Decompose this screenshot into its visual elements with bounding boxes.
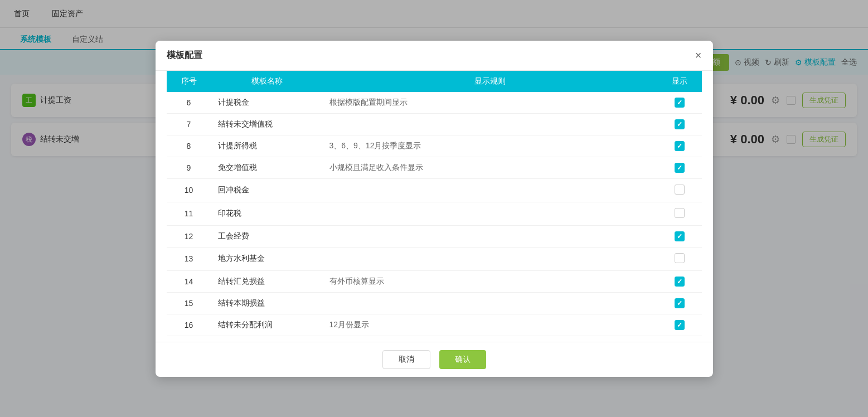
table-row: 6计提税金根据模版配置期间显示 bbox=[167, 92, 702, 114]
row-checkbox-7[interactable] bbox=[675, 119, 685, 129]
row-name: 回冲税金 bbox=[211, 178, 323, 202]
table-row: 14结转汇兑损益有外币核算显示 bbox=[167, 270, 702, 292]
row-rule: 12月份显示 bbox=[323, 314, 657, 336]
row-rule: 根据模版配置期间显示 bbox=[323, 92, 657, 114]
template-config-modal: 模板配置 × 序号 模板名称 显示规则 显示 6计提税金根据模版配置期间显示7结… bbox=[156, 41, 713, 377]
table-row: 13地方水利基金 bbox=[167, 247, 702, 270]
row-id: 15 bbox=[167, 292, 211, 314]
row-checkbox-cell bbox=[657, 270, 702, 292]
row-name: 结转本期损益 bbox=[211, 292, 323, 314]
row-checkbox-cell bbox=[657, 247, 702, 270]
row-checkbox-16[interactable] bbox=[675, 320, 685, 330]
col-header-name: 模板名称 bbox=[211, 71, 323, 92]
row-checkbox-15[interactable] bbox=[675, 298, 685, 308]
row-name: 结转未交增值税 bbox=[211, 113, 323, 135]
modal-title: 模板配置 bbox=[167, 50, 202, 61]
config-table: 序号 模板名称 显示规则 显示 6计提税金根据模版配置期间显示7结转未交增值税8… bbox=[167, 71, 702, 336]
row-checkbox-cell bbox=[657, 178, 702, 202]
modal-header: 模板配置 × bbox=[156, 41, 713, 71]
modal-overlay: 模板配置 × 序号 模板名称 显示规则 显示 6计提税金根据模版配置期间显示7结… bbox=[0, 0, 868, 417]
row-name: 计提税金 bbox=[211, 92, 323, 114]
table-row: 11印花税 bbox=[167, 202, 702, 225]
table-body: 6计提税金根据模版配置期间显示7结转未交增值税8计提所得税3、6、9、12月按季… bbox=[167, 92, 702, 336]
row-checkbox-cell bbox=[657, 202, 702, 225]
modal-body: 序号 模板名称 显示规则 显示 6计提税金根据模版配置期间显示7结转未交增值税8… bbox=[156, 71, 713, 342]
row-checkbox-14[interactable] bbox=[675, 277, 685, 287]
row-checkbox-cell bbox=[657, 113, 702, 135]
row-id: 11 bbox=[167, 202, 211, 225]
row-checkbox-8[interactable] bbox=[675, 141, 685, 151]
modal-footer: 取消 确认 bbox=[156, 342, 713, 377]
table-header-row: 序号 模板名称 显示规则 显示 bbox=[167, 71, 702, 92]
table-row: 15结转本期损益 bbox=[167, 292, 702, 314]
row-rule bbox=[323, 247, 657, 270]
row-id: 14 bbox=[167, 270, 211, 292]
row-id: 13 bbox=[167, 247, 211, 270]
row-name: 地方水利基金 bbox=[211, 247, 323, 270]
row-rule: 有外币核算显示 bbox=[323, 270, 657, 292]
row-rule: 小规模且满足收入条件显示 bbox=[323, 157, 657, 178]
row-checkbox-10[interactable] bbox=[675, 185, 685, 195]
row-id: 12 bbox=[167, 225, 211, 247]
table-row: 10回冲税金 bbox=[167, 178, 702, 202]
cancel-button[interactable]: 取消 bbox=[382, 350, 430, 369]
col-header-show: 显示 bbox=[657, 71, 702, 92]
table-row: 12工会经费 bbox=[167, 225, 702, 247]
modal-close-button[interactable]: × bbox=[695, 50, 702, 61]
row-rule bbox=[323, 225, 657, 247]
row-id: 10 bbox=[167, 178, 211, 202]
row-checkbox-6[interactable] bbox=[675, 98, 685, 108]
row-checkbox-cell bbox=[657, 135, 702, 157]
table-row: 16结转未分配利润12月份显示 bbox=[167, 314, 702, 336]
confirm-button[interactable]: 确认 bbox=[439, 350, 486, 369]
row-checkbox-13[interactable] bbox=[675, 253, 685, 263]
row-id: 7 bbox=[167, 113, 211, 135]
col-header-rule: 显示规则 bbox=[323, 71, 657, 92]
table-row: 7结转未交增值税 bbox=[167, 113, 702, 135]
row-checkbox-cell bbox=[657, 157, 702, 178]
row-name: 免交增值税 bbox=[211, 157, 323, 178]
row-checkbox-cell bbox=[657, 92, 702, 114]
row-checkbox-cell bbox=[657, 314, 702, 336]
table-row: 8计提所得税3、6、9、12月按季度显示 bbox=[167, 135, 702, 157]
row-checkbox-11[interactable] bbox=[675, 208, 685, 218]
col-header-id: 序号 bbox=[167, 71, 211, 92]
row-id: 9 bbox=[167, 157, 211, 178]
row-rule: 3、6、9、12月按季度显示 bbox=[323, 135, 657, 157]
row-id: 16 bbox=[167, 314, 211, 336]
row-id: 8 bbox=[167, 135, 211, 157]
row-name: 结转汇兑损益 bbox=[211, 270, 323, 292]
row-checkbox-cell bbox=[657, 292, 702, 314]
row-checkbox-9[interactable] bbox=[675, 163, 685, 173]
row-id: 6 bbox=[167, 92, 211, 114]
table-row: 9免交增值税小规模且满足收入条件显示 bbox=[167, 157, 702, 178]
row-rule bbox=[323, 292, 657, 314]
row-name: 印花税 bbox=[211, 202, 323, 225]
row-checkbox-cell bbox=[657, 225, 702, 247]
row-name: 结转未分配利润 bbox=[211, 314, 323, 336]
row-name: 工会经费 bbox=[211, 225, 323, 247]
row-rule bbox=[323, 202, 657, 225]
row-name: 计提所得税 bbox=[211, 135, 323, 157]
row-checkbox-12[interactable] bbox=[675, 231, 685, 241]
row-rule bbox=[323, 113, 657, 135]
row-rule bbox=[323, 178, 657, 202]
